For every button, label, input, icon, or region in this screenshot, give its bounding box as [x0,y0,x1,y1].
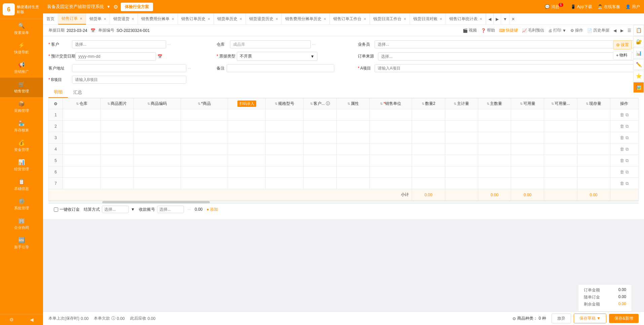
row-3-warehouse[interactable] [63,132,101,144]
row-7-main-qty[interactable] [478,178,511,189]
row-2-main-qty[interactable] [478,121,511,132]
operation-action[interactable]: ⚙ 操作 [570,28,583,33]
address-input[interactable] [72,64,186,72]
row-1-warehouse[interactable] [63,109,101,121]
notification-item[interactable]: 💬 消息 6 [545,4,565,10]
tab-sales-order[interactable]: 销售订单 ✕ [58,13,86,25]
delete-icon-7[interactable]: 🗑 [620,181,624,186]
row-6-attr[interactable] [336,166,369,178]
payment-dropdown-icon[interactable]: ▼ [131,207,135,212]
row-4-unit[interactable] [370,144,412,155]
row-5-unit[interactable] [370,155,412,166]
row-1-main-qty[interactable] [478,109,511,121]
row-2-spec[interactable] [266,121,303,132]
tab-invoice-history-close[interactable]: ✕ [239,17,242,21]
tab-nav-next[interactable]: ▶ [493,13,501,25]
online-service-item[interactable]: 👨‍💼 在线客服 [598,4,620,10]
right-sidebar-btn-4[interactable]: ✏️ [633,59,644,70]
row-2-cust-code[interactable] [303,121,336,132]
row-3-unit[interactable] [370,132,412,144]
shortcut-action[interactable]: ⌨ 快捷键 [499,28,518,33]
sidebar-item-operations[interactable]: 📊 经营管理 [0,156,43,175]
row-2-unit[interactable] [370,121,412,132]
sidebar-item-guide[interactable]: 🆕 新手引导 [0,234,43,253]
settings-side-button[interactable]: ⚙ 设置 [613,40,632,49]
row-1-attr[interactable] [336,109,369,121]
row-6-main-qty[interactable] [478,166,511,178]
help-action[interactable]: ❓ 帮助 [481,28,495,33]
delete-icon-1[interactable]: 🗑 [620,112,624,117]
customer-input[interactable] [72,40,166,48]
row-5-attr[interactable] [336,155,369,166]
row-4-main-unit[interactable] [445,144,478,155]
a-project-input[interactable] [375,64,639,72]
tab-summary[interactable]: 汇总 [68,87,87,97]
row-3-spec[interactable] [266,132,303,144]
row-1-code[interactable] [134,109,181,121]
row-4-spec[interactable] [266,144,303,155]
right-sidebar-btn-2[interactable]: 🔐 [633,36,644,47]
account-input[interactable] [157,206,184,213]
copy-icon-2[interactable]: ⧉ [626,124,629,129]
sidebar-item-marketing[interactable]: 📢 营销推广 [0,58,43,78]
row-5-name[interactable] [181,155,228,166]
note-input[interactable] [227,64,334,72]
row-1-name[interactable] [181,109,228,121]
tab-sales-invoice-close[interactable]: ✕ [104,17,106,21]
tab-sales-return[interactable]: 销货退货 ✕ [110,13,138,25]
tab-reconcile[interactable]: 钱货日清对账 ✕ [410,13,446,25]
tab-expense-history[interactable]: 销售费用分摊单历史 ✕ [282,13,330,25]
row-4-name[interactable] [181,144,228,155]
row-5-spec[interactable] [266,155,303,166]
collapse-icon[interactable]: ◀ [30,317,34,322]
invoice-type-select[interactable]: 不开票 ▼ [237,52,317,61]
tab-nav-menu[interactable]: ▼ [501,13,509,25]
delete-icon-3[interactable]: 🗑 [620,135,624,140]
row-6-code[interactable] [134,166,181,178]
salesperson-input[interactable] [375,40,634,48]
row-4-qty2[interactable] [412,144,445,155]
scan-button[interactable]: 扫码录入 [237,100,256,107]
row-5-cust-code[interactable] [303,155,336,166]
row-3-main-qty[interactable] [478,132,511,144]
tab-order-history-close[interactable]: ✕ [207,17,210,21]
row-1-main-unit[interactable] [445,109,478,121]
table-scrollbar[interactable] [48,201,639,203]
copy-icon-6[interactable]: ⧉ [626,169,629,175]
row-3-code[interactable] [134,132,181,144]
row-7-warehouse[interactable] [63,178,101,189]
tab-sales-return-close[interactable]: ✕ [131,17,134,21]
sidebar-item-enterprise[interactable]: 🏢 企业协同 [0,214,43,234]
calendar-icon[interactable]: 📅 [90,28,96,33]
save-draft-button[interactable]: 保存草稿 ▼ [574,314,606,323]
row-5-main-unit[interactable] [445,155,478,166]
print-action[interactable]: 🖨 打印 ▼ [548,28,566,33]
system-dropdown[interactable]: ▼ [107,4,111,9]
row-1-cust-code[interactable] [303,109,336,121]
row-5-main-qty[interactable] [478,155,511,166]
b-project-input[interactable] [72,76,186,84]
delete-icon-4[interactable]: 🗑 [620,147,624,152]
order-source-input[interactable] [378,52,634,60]
row-6-main-unit[interactable] [445,166,478,178]
sidebar-item-finance[interactable]: 💰 资金管理 [0,136,43,156]
user-item[interactable]: 👤 用户 [626,4,640,10]
tab-invoice-history[interactable]: 销货单历史 ✕ [214,13,246,25]
tab-home[interactable]: 首页 [43,13,58,25]
row-4-main-qty[interactable] [478,144,511,155]
row-2-warehouse[interactable] [63,121,101,132]
row-7-qty2[interactable] [412,178,445,189]
add-button[interactable]: ● 添加 [206,207,218,212]
row-3-cust-code[interactable] [303,132,336,144]
tab-return-history[interactable]: 销货退货历史 ✕ [246,13,282,25]
warehouse-input[interactable] [230,40,311,48]
delete-icon-2[interactable]: 🗑 [620,124,624,129]
row-6-cust-code[interactable] [303,166,336,178]
tab-statistics-close[interactable]: ✕ [480,17,482,21]
col-settings[interactable]: ⚙ [49,98,63,109]
row-3-main-unit[interactable] [445,132,478,144]
address-dots[interactable]: ··· [188,66,191,71]
right-sidebar-btn-6[interactable]: 🖼️ [633,82,644,93]
tab-expense-split-close[interactable]: ✕ [172,17,174,21]
delete-icon-5[interactable]: 🗑 [620,158,624,163]
